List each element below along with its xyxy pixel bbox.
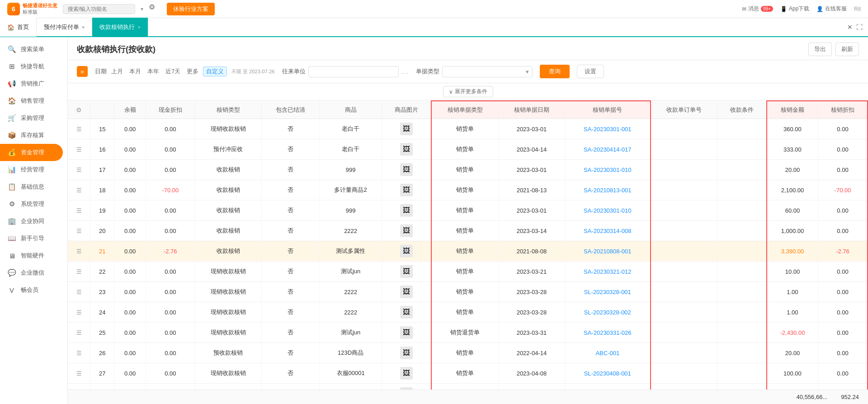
cell-bill-report-type: 销货退货单 bbox=[431, 323, 498, 343]
expand-button[interactable]: » bbox=[77, 66, 88, 77]
sidebar-item-corp[interactable]: 🏢 企业协同 bbox=[0, 213, 67, 230]
bill-report-no-link[interactable]: SA-20230301-001 bbox=[584, 126, 632, 133]
cell-bill-report-no[interactable]: SA-20230321-012 bbox=[565, 261, 651, 282]
export-button[interactable]: 导出 bbox=[808, 43, 832, 56]
cell-balance: 0.00 bbox=[114, 180, 146, 200]
industry-button[interactable]: 休验行业方案 bbox=[167, 3, 215, 15]
cell-bill-report-no[interactable]: SA-20210808-001 bbox=[565, 241, 651, 261]
sidebar-item-smart[interactable]: 🖥 智能硬件 bbox=[0, 247, 67, 264]
sidebar-label-operation: 经营管理 bbox=[21, 166, 44, 174]
table-wrapper[interactable]: ⚙ 余额 现金折扣 核销类型 包含已结清 商品 商品图片 核销单据类型 核销单据… bbox=[68, 100, 868, 390]
bill-report-no-link[interactable]: SA-20230331-026 bbox=[584, 329, 632, 336]
table-row: ☰ 23 0.00 0.00 现销收款核销 否 2222 🖼 销货单 2023-… bbox=[68, 282, 868, 302]
tab-prepay-close[interactable]: × bbox=[82, 24, 85, 30]
cell-receipt-condition bbox=[717, 241, 767, 261]
cell-bill-report-no[interactable]: SL-20230328-002 bbox=[565, 302, 651, 323]
cell-bill-report-date: 2023-03-01 bbox=[498, 200, 565, 221]
search-input[interactable] bbox=[63, 4, 135, 14]
settings-button[interactable]: 设置 bbox=[577, 65, 604, 78]
date-custom[interactable]: 自定义 bbox=[203, 67, 227, 76]
partner-input[interactable] bbox=[308, 66, 399, 77]
bill-report-no-link[interactable]: SA-20230301-010 bbox=[584, 166, 632, 173]
cell-bill-report-no[interactable]: SA-20230301-010 bbox=[565, 160, 651, 180]
sidebar-item-sales[interactable]: 🏠 销售管理 bbox=[0, 92, 67, 109]
sidebar-item-member[interactable]: V 畅会员 bbox=[0, 281, 67, 299]
bill-report-no-link[interactable]: SA-20210808-001 bbox=[584, 248, 632, 255]
cell-bill-report-no[interactable]: SA-20230331-026 bbox=[565, 323, 651, 343]
sidebar-item-marketing[interactable]: 📢 营销推广 bbox=[0, 75, 67, 92]
cell-receipt-condition bbox=[717, 282, 767, 302]
bill-report-no-link[interactable]: SA-20230321-012 bbox=[584, 268, 632, 275]
sidebar-item-inventory[interactable]: 📦 库存核算 bbox=[0, 127, 67, 144]
tab-prepay[interactable]: 预付冲应付单 × bbox=[37, 18, 92, 37]
tab-receipt[interactable]: 收款核销执行 × bbox=[92, 18, 148, 37]
box-icon: 📦 bbox=[7, 131, 16, 139]
bill-report-no-link[interactable]: SA-20230314-008 bbox=[584, 228, 632, 234]
cell-cash-discount: 0.00 bbox=[146, 160, 195, 180]
bill-report-no-link[interactable]: ABC-001 bbox=[595, 350, 619, 356]
cell-bill-report-no[interactable]: SA-20230414-017 bbox=[565, 139, 651, 160]
cell-goods: 999 bbox=[319, 160, 382, 180]
bill-report-no-link[interactable]: SL-20230328-002 bbox=[584, 309, 631, 316]
sidebar-item-search[interactable]: 🔍 搜索菜单 bbox=[0, 41, 67, 58]
sidebar-label-search: 搜索菜单 bbox=[21, 45, 44, 53]
table-row: ☰ 27 0.00 0.00 现销收款核销 否 衣服00001 🖼 销货单 20… bbox=[68, 363, 868, 384]
sidebar-item-shortcut[interactable]: ⊞ 快捷导航 bbox=[0, 58, 67, 75]
sidebar-item-finance[interactable]: 💰 资金管理 bbox=[0, 144, 63, 161]
cell-bill-report-no[interactable]: SA-20230301-010 bbox=[565, 200, 651, 221]
date-7days[interactable]: 近7天 bbox=[164, 67, 182, 76]
chevron-down-icon[interactable]: ▾ bbox=[141, 6, 143, 12]
bill-type-select[interactable] bbox=[442, 66, 533, 77]
cell-bill-report-no[interactable]: SL-20230328-001 bbox=[565, 282, 651, 302]
query-button[interactable]: 查询 bbox=[540, 65, 570, 78]
settings-icon[interactable]: ⚙ bbox=[76, 106, 82, 114]
date-this-month[interactable]: 本月 bbox=[127, 67, 143, 76]
sidebar-item-purchase[interactable]: 🛒 采购管理 bbox=[0, 109, 67, 127]
date-this-year[interactable]: 本年 bbox=[146, 67, 161, 76]
bill-report-no-link[interactable]: SA-20230301-010 bbox=[584, 207, 632, 214]
online-service-btn[interactable]: 👤 在线客服 bbox=[816, 5, 847, 13]
refresh-button[interactable]: 刷新 bbox=[835, 43, 859, 56]
sidebar-item-basic[interactable]: 📋 基础信息 bbox=[0, 178, 67, 195]
cell-included: 否 bbox=[261, 282, 319, 302]
table-row: ☰ 18 0.00 -70.00 收款核销 否 多计量商品2 🖼 销货单 202… bbox=[68, 180, 868, 200]
tab-receipt-close[interactable]: × bbox=[137, 24, 140, 30]
sidebar-item-system[interactable]: ⚙ 系统管理 bbox=[0, 195, 67, 213]
app-download-btn[interactable]: 📱 App下载 bbox=[780, 5, 809, 13]
page-title-row: 收款核销执行(按收款) 导出 刷新 bbox=[77, 43, 859, 56]
cell-goods-image: 🖼 bbox=[382, 282, 431, 302]
gear-icon[interactable]: ⚙ bbox=[149, 3, 161, 15]
sidebar-item-operation[interactable]: 📊 经营管理 bbox=[0, 161, 67, 178]
tab-home[interactable]: 🏠 首页 bbox=[0, 18, 37, 37]
cell-writeoff-amount: 1.00 bbox=[767, 302, 818, 323]
sidebar-item-wechat[interactable]: 💬 企业微信 bbox=[0, 264, 67, 281]
col-settings-header[interactable]: ⚙ bbox=[68, 101, 90, 119]
message-btn[interactable]: ✉ 消息 99+ bbox=[742, 5, 773, 13]
service-icon: 👤 bbox=[816, 6, 823, 12]
bill-report-no-link[interactable]: SA-20210813-001 bbox=[584, 187, 632, 194]
cell-receipt-condition bbox=[717, 323, 767, 343]
bill-report-no-link[interactable]: SL-20230408-001 bbox=[584, 370, 631, 377]
col-bill-report-type-header: 核销单据类型 bbox=[431, 101, 498, 119]
bill-report-no-link[interactable]: SA-20230414-017 bbox=[584, 146, 632, 153]
tab-close-btn[interactable]: ✕ bbox=[847, 24, 853, 31]
date-filter-group: 日期 上月 本月 本年 近7天 更多 自定义 不限 至 2023-07-26 bbox=[95, 67, 275, 76]
date-last-month[interactable]: 上月 bbox=[109, 67, 125, 76]
cell-bill-report-no[interactable]: SA-20230301-001 bbox=[565, 119, 651, 139]
cell-bill-report-date: 2023-03-21 bbox=[498, 261, 565, 282]
cell-bill-report-no[interactable]: SA-20230314-008 bbox=[565, 221, 651, 241]
expand-more-button[interactable]: ∨ 展开更多条件 bbox=[443, 86, 493, 97]
bill-report-no-link[interactable]: SL-20230328-001 bbox=[584, 289, 631, 295]
cell-receipt-condition bbox=[717, 261, 767, 282]
user-label[interactable]: Rit bbox=[854, 6, 861, 12]
cell-writeoff-amount: 20.00 bbox=[767, 343, 818, 363]
cell-bill-report-no[interactable]: ABC-001 bbox=[565, 343, 651, 363]
cell-bill-report-no[interactable]: SL-20230418-001 bbox=[565, 384, 651, 390]
date-more[interactable]: 更多 bbox=[185, 67, 200, 76]
tab-maximize-btn[interactable]: ⛶ bbox=[856, 24, 863, 31]
cell-bill-report-no[interactable]: SA-20210813-001 bbox=[565, 180, 651, 200]
sidebar-item-guide[interactable]: 📖 新手引导 bbox=[0, 230, 67, 247]
cell-bill-report-no[interactable]: SL-20230408-001 bbox=[565, 363, 651, 384]
page-title: 收款核销执行(按收款) bbox=[77, 44, 156, 55]
sidebar-label-inventory: 库存核算 bbox=[21, 131, 44, 139]
